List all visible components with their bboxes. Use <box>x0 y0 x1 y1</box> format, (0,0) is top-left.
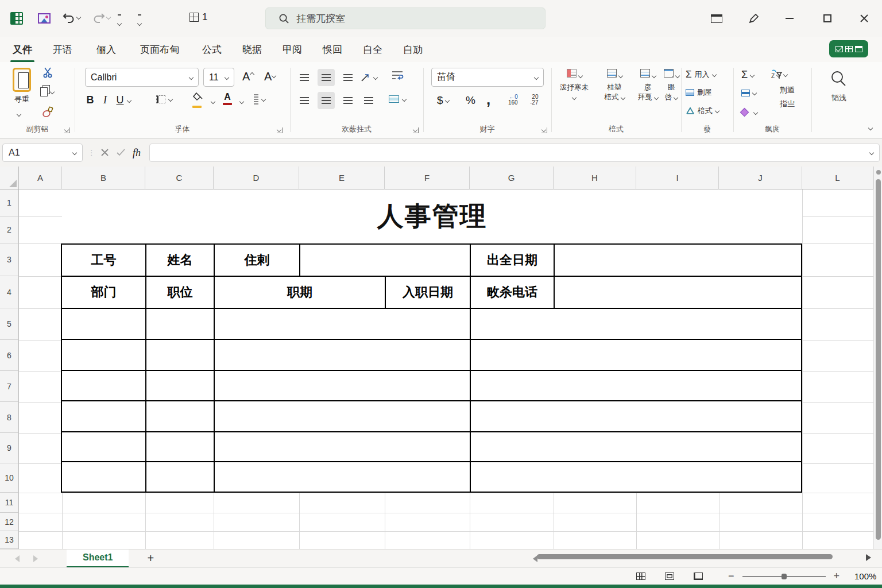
row-header-6[interactable]: 6 <box>0 340 19 371</box>
decrease-decimal-button[interactable]: 20-27 <box>530 94 538 106</box>
row-header-11[interactable]: 11 <box>0 493 19 513</box>
align-center-button[interactable] <box>318 92 335 109</box>
row-header-5[interactable]: 5 <box>0 308 19 340</box>
align-middle-button[interactable] <box>318 69 335 86</box>
cell-styles-button[interactable]: 彦 拜戛 <box>635 69 660 102</box>
col-header-H[interactable]: H <box>554 167 636 189</box>
clipboard-dialog-launcher[interactable] <box>64 127 70 133</box>
share-button[interactable] <box>829 40 868 57</box>
row-header-9[interactable]: 9 <box>0 433 19 463</box>
borders-button[interactable] <box>156 95 172 103</box>
row-header-4[interactable]: 4 <box>0 276 19 308</box>
table-cell[interactable] <box>146 401 215 431</box>
zoom-in-button[interactable]: + <box>834 570 840 582</box>
scroll-up-button[interactable] <box>876 170 881 175</box>
quick-access-dropdown[interactable] <box>118 14 121 28</box>
cancel-entry-button[interactable] <box>96 148 113 158</box>
autosum-button[interactable]: Σ <box>741 69 754 81</box>
undo-button[interactable] <box>62 10 80 24</box>
alignment-dialog-launcher[interactable] <box>413 127 419 133</box>
row-header-3[interactable]: 3 <box>0 243 19 276</box>
clear-button[interactable] <box>741 109 757 115</box>
underline-dropdown[interactable] <box>127 98 131 102</box>
table-cell[interactable] <box>62 371 146 401</box>
table-cell[interactable] <box>471 309 801 339</box>
justify-button[interactable] <box>360 92 377 109</box>
percent-format-button[interactable]: % <box>466 94 475 107</box>
col-header-B[interactable]: B <box>62 167 145 189</box>
table-cell[interactable] <box>215 309 471 339</box>
table-cell[interactable] <box>215 401 471 431</box>
zoom-out-button[interactable]: − <box>728 570 734 582</box>
number-dialog-launcher[interactable] <box>541 127 547 133</box>
col-header-A[interactable]: A <box>19 167 62 189</box>
paste-dropdown[interactable] <box>17 109 21 118</box>
format-cells-button[interactable]: 棓式 <box>686 106 719 116</box>
table-cell[interactable] <box>62 462 146 492</box>
table-cell[interactable] <box>146 462 215 492</box>
col-header-G[interactable]: G <box>470 167 554 189</box>
sort-filter-button[interactable]: Z <box>770 69 787 80</box>
insert-cells-button[interactable]: Σ 用入 <box>686 69 716 80</box>
table-cell[interactable] <box>146 309 215 339</box>
table-cell[interactable] <box>146 371 215 401</box>
table-cell[interactable]: 出全日期 <box>471 245 555 276</box>
bold-button[interactable]: B <box>83 94 98 106</box>
fill-button[interactable] <box>741 90 756 96</box>
table-cell[interactable]: 工号 <box>62 245 146 276</box>
sheet-title-cell[interactable]: 人事管理 <box>62 189 802 243</box>
table-cell[interactable]: 部门 <box>62 277 146 307</box>
tab-automate[interactable]: 自劢 <box>395 38 431 61</box>
increase-font-button[interactable]: A <box>242 70 254 83</box>
comma-format-button[interactable]: , <box>486 91 490 109</box>
font-color-button[interactable]: A <box>223 92 232 105</box>
font-name-combo[interactable]: Callbri <box>85 68 199 87</box>
copy-button[interactable] <box>40 87 54 96</box>
paste-button[interactable] <box>13 68 31 92</box>
maximize-button[interactable] <box>814 7 841 30</box>
close-button[interactable] <box>851 7 877 30</box>
col-header-D[interactable]: D <box>214 167 299 189</box>
table-cell[interactable] <box>62 432 146 462</box>
zoom-level[interactable]: 100% <box>854 571 876 581</box>
image-mode-icon[interactable] <box>38 13 51 24</box>
table-cell[interactable] <box>62 401 146 431</box>
table-cell[interactable] <box>300 245 471 276</box>
zoom-slider[interactable] <box>742 576 826 577</box>
table-cell[interactable] <box>471 371 801 401</box>
table-cell[interactable]: 入职日期 <box>386 277 471 307</box>
align-top-button[interactable] <box>296 69 313 86</box>
tab-review[interactable]: 甲阅 <box>274 38 310 61</box>
normal-view-button[interactable] <box>636 572 645 580</box>
row-header-13[interactable]: 13 <box>0 531 19 549</box>
font-dialog-launcher[interactable] <box>277 127 283 133</box>
conditional-formatting-button[interactable]: 泼抒寒未 <box>554 69 595 101</box>
format-painter-button[interactable] <box>41 106 54 118</box>
insert-function-button[interactable]: fh <box>129 147 145 159</box>
minimize-button[interactable] <box>776 7 803 30</box>
increase-decimal-button[interactable]: ←0160 <box>508 94 518 106</box>
fill-color-dropdown[interactable] <box>211 99 215 104</box>
ink-pen-button[interactable] <box>741 7 767 30</box>
row-header-8[interactable]: 8 <box>0 402 19 433</box>
tab-formulas[interactable]: 公式 <box>194 38 230 61</box>
more-styles-button[interactable]: 眼 啓 <box>662 69 681 102</box>
tab-home[interactable]: 开语 <box>45 38 80 61</box>
row-header-12[interactable]: 12 <box>0 513 19 531</box>
align-bottom-button[interactable] <box>339 69 357 86</box>
tab-file[interactable]: 又件 <box>5 38 40 61</box>
add-sheet-button[interactable]: + <box>147 552 154 565</box>
number-format-combo[interactable]: 苗倚 <box>431 68 544 87</box>
toolbar-options-dropdown[interactable] <box>138 14 141 28</box>
col-header-L[interactable]: L <box>802 167 873 189</box>
table-cell[interactable]: 住剌 <box>215 245 300 276</box>
table-cell[interactable]: 姓名 <box>146 245 215 276</box>
accounting-format-button[interactable]: $ <box>437 94 449 107</box>
table-cell[interactable] <box>215 462 471 492</box>
page-break-view-button[interactable] <box>694 572 703 580</box>
phonetic-button[interactable] <box>254 94 265 105</box>
tab-view[interactable]: 悞回 <box>315 38 350 61</box>
table-cell[interactable] <box>215 340 471 370</box>
italic-button[interactable]: I <box>98 94 113 106</box>
orientation-button[interactable] <box>360 72 377 83</box>
